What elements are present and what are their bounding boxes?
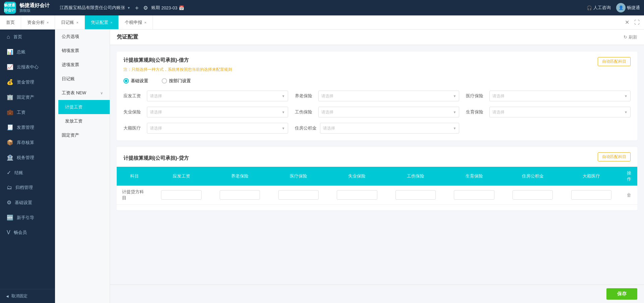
sidebar-label-checkout: 结账 bbox=[14, 170, 23, 176]
select-daeyiliao[interactable]: 请选择 ▼ bbox=[147, 123, 288, 134]
close-icon[interactable]: × bbox=[76, 20, 78, 24]
sidebar-item-inventory[interactable]: 📦 库存核算 bbox=[0, 135, 55, 150]
sidebar-item-archive[interactable]: 🗂 归档管理 bbox=[0, 180, 55, 195]
sidebar-item-guide[interactable]: 🆕 新手引导 bbox=[0, 210, 55, 225]
tab-journal[interactable]: 日记账 × bbox=[55, 15, 85, 29]
select-yanglao[interactable]: 请选择 ▼ bbox=[318, 91, 460, 101]
add-button[interactable]: ＋ bbox=[134, 4, 140, 12]
tab-fund-analysis[interactable]: 资金分析 × bbox=[21, 15, 55, 29]
input-zhufang[interactable] bbox=[513, 190, 553, 200]
select-gongshang[interactable]: 请选择 ▼ bbox=[318, 107, 460, 117]
sidebar-item-report[interactable]: 📈 云报表中心 bbox=[0, 59, 55, 74]
sidebar-item-fixed-assets[interactable]: 固定资产 bbox=[55, 128, 110, 142]
field-zhufang: 住房公积金 请选择 ▼ bbox=[295, 123, 460, 134]
close-icon[interactable]: × bbox=[110, 20, 112, 24]
page-title: 凭证配置 bbox=[117, 34, 138, 41]
close-icon[interactable]: × bbox=[144, 20, 146, 24]
col-header-yanglao: 养老保险 bbox=[211, 167, 269, 186]
pay-salary-label: 发放工资 bbox=[65, 118, 83, 123]
sidebar-label-fund: 资金管理 bbox=[17, 79, 34, 85]
dropdown-arrow-icon: ▼ bbox=[624, 94, 628, 98]
sidebar-label-tax: 税务管理 bbox=[17, 155, 34, 161]
field-gongshang: 工伤保险 请选择 ▼ bbox=[295, 107, 460, 117]
user-info[interactable]: 👤 畅捷通 bbox=[616, 3, 640, 12]
tab-home[interactable]: 首页 bbox=[0, 15, 21, 29]
col-header-gongshang: 工伤保险 bbox=[386, 167, 445, 186]
close-window-btn[interactable]: ✕ bbox=[623, 18, 631, 27]
col-header-zhufang: 住房公积金 bbox=[503, 167, 562, 186]
refresh-button[interactable]: ↻ 刷新 bbox=[624, 34, 637, 40]
sales-invoice-label: 销项发票 bbox=[62, 48, 79, 53]
chevron-down-icon: ∨ bbox=[100, 91, 103, 95]
col-header-action: 操作 bbox=[621, 167, 637, 186]
human-consult-label: 人工咨询 bbox=[593, 5, 611, 11]
sidebar-item-pay-salary[interactable]: 发放工资 bbox=[58, 114, 110, 128]
tax-icon: 🏦 bbox=[7, 154, 13, 161]
section1-notice: 注：只能选择一种方式，系统将按照您当前的选择来配置规则 bbox=[123, 67, 232, 72]
sidebar-item-sales-invoice[interactable]: 销项发票 bbox=[55, 44, 110, 58]
sidebar-item-basic[interactable]: ⚙ 基础设置 bbox=[0, 195, 55, 210]
sidebar-item-home[interactable]: ⌂ 首页 bbox=[0, 30, 55, 44]
period-display: 账期 2023-03 📅 bbox=[151, 5, 184, 11]
auto-match-btn-1[interactable]: 自动匹配科目 bbox=[598, 57, 631, 66]
username: 畅捷通 bbox=[627, 5, 640, 11]
sidebar-item-vip[interactable]: V 畅会员 bbox=[0, 225, 55, 240]
inventory-icon: 📦 bbox=[7, 139, 13, 146]
select-zhufang[interactable]: 请选择 ▼ bbox=[320, 123, 460, 134]
radio-basic[interactable]: 基础设置 bbox=[123, 78, 148, 84]
sidebar-item-journal[interactable]: 日记账 bbox=[55, 72, 110, 86]
tab-fund-analysis-label: 资金分析 bbox=[27, 19, 45, 26]
select-placeholder: 请选择 bbox=[492, 109, 504, 115]
sidebar-group-payroll[interactable]: 工资表 NEW ∨ bbox=[55, 86, 110, 100]
sidebar-item-ledger[interactable]: 📊 总账 bbox=[0, 44, 55, 59]
save-button[interactable]: 保存 bbox=[606, 288, 637, 300]
cell-zhufang bbox=[503, 186, 562, 205]
content-header: 凭证配置 ↻ 刷新 bbox=[110, 30, 644, 45]
sidebar-item-fund[interactable]: 💰 资金管理 bbox=[0, 74, 55, 90]
input-yiliao[interactable] bbox=[278, 190, 319, 200]
cancel-fixed-btn[interactable]: ◄ 取消固定 bbox=[0, 289, 55, 303]
delete-icon[interactable]: 🗑 bbox=[627, 192, 631, 198]
sidebar-item-purchase-invoice[interactable]: 进项发票 bbox=[55, 58, 110, 72]
tab-tax-report[interactable]: 个税申报 × bbox=[119, 15, 153, 29]
table-row: 计提贷方科目 🗑 bbox=[117, 186, 637, 205]
tab-voucher-config[interactable]: 凭证配置 × bbox=[85, 15, 119, 29]
radio-dept[interactable]: 按部门设置 bbox=[162, 78, 191, 84]
company-selector[interactable]: 江西服宝精品有限责任公司内账张 ▼ bbox=[60, 5, 130, 11]
select-shengyu[interactable]: 请选择 ▼ bbox=[489, 107, 631, 117]
sidebar-item-salary[interactable]: 💼 工资 bbox=[0, 105, 55, 120]
col-header-yiliao: 医疗保险 bbox=[269, 167, 328, 186]
sidebar-item-public[interactable]: 公共选项 bbox=[55, 30, 110, 44]
cancel-fixed-label: 取消固定 bbox=[11, 293, 28, 299]
sidebar-item-accrue-salary[interactable]: 计提工资 bbox=[58, 100, 110, 114]
section2-table-wrapper: 科目 应发工资 养老保险 医疗保险 失业保险 工伤保险 生育保险 住房公积金 大… bbox=[117, 167, 637, 210]
asset-icon: 🏢 bbox=[7, 94, 13, 100]
sidebar-item-asset[interactable]: 🏢 固定资产 bbox=[0, 90, 55, 105]
sidebar-item-tax[interactable]: 🏦 税务管理 bbox=[0, 150, 55, 165]
select-shiye[interactable]: 请选择 ▼ bbox=[147, 107, 288, 117]
human-consult-btn[interactable]: 🎧 人工咨询 bbox=[587, 5, 611, 11]
checkout-icon: ✓ bbox=[7, 169, 11, 176]
calendar-icon[interactable]: 📅 bbox=[179, 5, 184, 10]
field-label-yiliao: 医疗保险 bbox=[466, 93, 486, 99]
close-icon[interactable]: × bbox=[47, 20, 49, 24]
archive-icon: 🗂 bbox=[7, 185, 12, 191]
input-gongshang[interactable] bbox=[395, 190, 436, 200]
select-yingfa[interactable]: 请选择 ▼ bbox=[147, 91, 288, 101]
cell-daeyiliao bbox=[562, 186, 621, 205]
settings-icon[interactable]: ⚙ bbox=[143, 5, 148, 11]
field-label-shiye: 失业保险 bbox=[123, 109, 144, 115]
sidebar-item-invoice[interactable]: 🧾 发票管理 bbox=[0, 120, 55, 135]
input-shiye[interactable] bbox=[337, 190, 377, 200]
input-daeyiliao[interactable] bbox=[571, 190, 611, 200]
sidebar-item-checkout[interactable]: ✓ 结账 bbox=[0, 165, 55, 180]
field-label-shengyu: 生育保险 bbox=[466, 109, 486, 115]
fixed-assets-label: 固定资产 bbox=[62, 133, 79, 138]
input-yingfa[interactable] bbox=[161, 190, 201, 200]
select-yiliao[interactable]: 请选择 ▼ bbox=[489, 91, 631, 101]
maximize-window-btn[interactable]: ⛶ bbox=[633, 18, 641, 27]
auto-match-btn-2[interactable]: 自动匹配科目 bbox=[598, 152, 631, 161]
input-shengyu[interactable] bbox=[454, 190, 494, 200]
refresh-label: 刷新 bbox=[629, 34, 637, 40]
input-yanglao[interactable] bbox=[220, 190, 260, 200]
